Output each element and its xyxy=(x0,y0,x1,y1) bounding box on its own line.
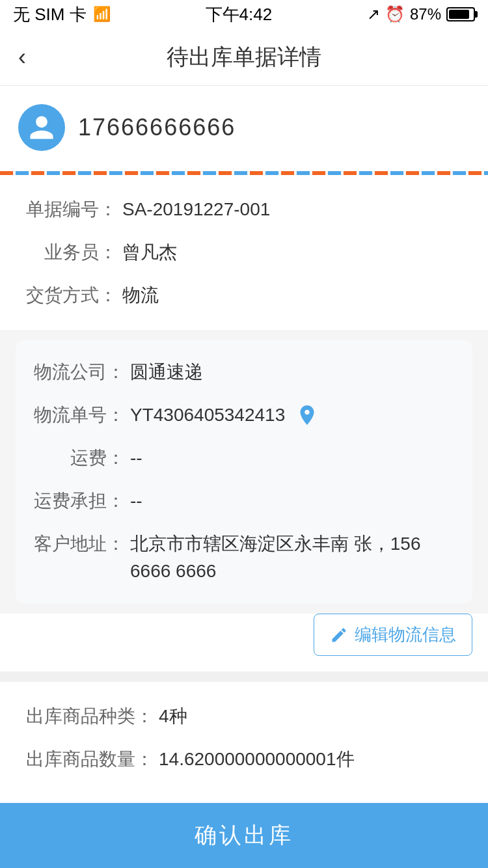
back-button[interactable]: ‹ xyxy=(18,44,26,71)
battery-fill xyxy=(449,10,469,19)
battery-indicator xyxy=(446,7,475,21)
freight-bearer-row: 运费承担： -- xyxy=(34,487,454,515)
delivery-row: 交货方式： 物流 xyxy=(26,282,462,309)
edit-logistics-label: 编辑物流信息 xyxy=(355,623,456,646)
location-status-icon: ↗ xyxy=(367,5,380,23)
address-label: 客户地址： xyxy=(34,530,125,558)
edit-logistics-button[interactable]: 编辑物流信息 xyxy=(314,614,472,656)
address-row: 客户地址： 北京市市辖区海淀区永丰南 张，156 6666 6666 xyxy=(34,530,454,585)
logistics-company-value: 圆通速递 xyxy=(125,359,454,386)
alarm-icon: ⏰ xyxy=(385,5,405,23)
order-no-label: 单据编号： xyxy=(26,196,117,223)
section-separator xyxy=(0,671,488,682)
delivery-label: 交货方式： xyxy=(26,282,117,309)
freight-row: 运费： -- xyxy=(34,444,454,472)
user-header: 17666666666 xyxy=(0,86,488,171)
status-left: 无 SIM 卡 📶 xyxy=(13,3,111,26)
logistics-box: 物流公司： 圆通速递 物流单号： YT43064053424​13 运费： --… xyxy=(16,340,472,603)
confirm-button-label: 确认出库 xyxy=(195,821,293,850)
address-value: 北京市市辖区海淀区永丰南 张，156 6666 6666 xyxy=(125,530,454,585)
logistics-company-label: 物流公司： xyxy=(34,359,125,386)
freight-bearer-value: -- xyxy=(125,487,454,515)
map-pin-icon[interactable] xyxy=(295,403,319,427)
delivery-value: 物流 xyxy=(117,282,462,309)
freight-value: -- xyxy=(125,444,454,472)
goods-types-label: 出库商品种类： xyxy=(26,703,154,730)
order-no-row: 单据编号： SA-20191227-001 xyxy=(26,196,462,223)
carrier-text: 无 SIM 卡 xyxy=(13,3,87,26)
tracking-no: YT43064053424​13 xyxy=(130,401,285,429)
status-time: 下午4:42 xyxy=(206,3,273,26)
salesman-row: 业务员： 曾凡杰 xyxy=(26,239,462,266)
content: 17666666666 单据编号： SA-20191227-001 业务员： 曾… xyxy=(0,86,488,868)
order-no-value: SA-20191227-001 xyxy=(117,196,462,223)
salesman-label: 业务员： xyxy=(26,239,117,266)
salesman-value: 曾凡杰 xyxy=(117,239,462,266)
battery-icon xyxy=(446,7,475,21)
battery-text: 87% xyxy=(410,5,441,23)
page-title: 待出库单据详情 xyxy=(167,42,321,72)
goods-types-value: 4种 xyxy=(154,703,462,730)
status-bar: 无 SIM 卡 📶 下午4:42 ↗ ⏰ 87% xyxy=(0,0,488,29)
edit-btn-row: 编辑物流信息 xyxy=(0,614,488,671)
confirm-button[interactable]: 确认出库 xyxy=(0,803,488,868)
goods-section: 出库商品种类： 4种 出库商品数量： 14.620000000000001件 xyxy=(0,682,488,794)
goods-quantity-row: 出库商品数量： 14.620000000000001件 xyxy=(26,746,462,773)
edit-icon xyxy=(330,626,348,644)
tracking-label: 物流单号： xyxy=(34,401,125,429)
user-icon xyxy=(27,113,56,142)
freight-label: 运费： xyxy=(34,444,125,472)
goods-quantity-value: 14.620000000000001件 xyxy=(154,746,462,773)
order-info-section: 单据编号： SA-20191227-001 业务员： 曾凡杰 交货方式： 物流 xyxy=(0,175,488,330)
tracking-value-row: YT43064053424​13 xyxy=(125,401,454,429)
user-phone: 17666666666 xyxy=(78,114,236,141)
freight-bearer-label: 运费承担： xyxy=(34,487,125,515)
avatar xyxy=(18,104,65,151)
nav-bar: ‹ 待出库单据详情 xyxy=(0,29,488,86)
goods-types-row: 出库商品种类： 4种 xyxy=(26,703,462,730)
status-right: ↗ ⏰ 87% xyxy=(367,5,475,23)
logistics-company-row: 物流公司： 圆通速递 xyxy=(34,359,454,386)
wifi-icon: 📶 xyxy=(93,6,111,23)
goods-quantity-label: 出库商品数量： xyxy=(26,746,154,773)
tracking-row: 物流单号： YT43064053424​13 xyxy=(34,401,454,429)
